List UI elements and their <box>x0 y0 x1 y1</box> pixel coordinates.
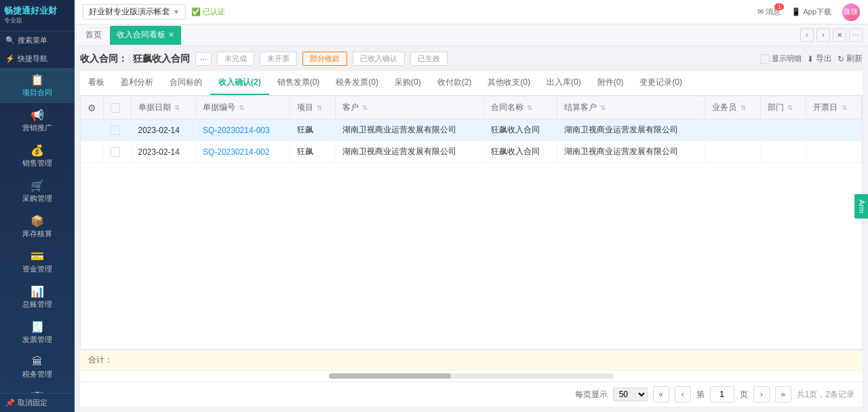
th-customer[interactable]: 客户 ⇅ <box>336 96 484 119</box>
subtab-tax-invoice[interactable]: 税务发票(0) <box>328 71 387 95</box>
tab-nav-next[interactable]: › <box>816 29 830 42</box>
tab-nav-more[interactable]: ⋯ <box>849 29 863 42</box>
select-all-checkbox[interactable] <box>111 103 120 113</box>
status-uninvoiced-btn[interactable]: 未开票 <box>260 52 297 66</box>
right-tool-button[interactable]: Arm <box>854 193 868 218</box>
td-number-1[interactable]: SQ-20230214-003 <box>195 119 290 141</box>
sort-project-icon[interactable]: ⇅ <box>317 104 322 111</box>
more-options-button[interactable]: ··· <box>195 52 212 66</box>
row-checkbox-1[interactable] <box>111 126 120 135</box>
tab-close-icon[interactable]: ✕ <box>168 31 174 39</box>
sidebar-item-inventory[interactable]: 📦 库存核算 <box>0 209 75 244</box>
th-number[interactable]: 单据编号 ⇅ <box>195 96 290 119</box>
sidebar-item-invoice[interactable]: 🧾 发票管理 <box>0 315 75 350</box>
sidebar-item-assets[interactable]: 🏢 固定资产 <box>0 385 75 393</box>
sidebar-item-project[interactable]: 📋 项目合同 <box>0 68 75 103</box>
app-download-button[interactable]: 📱 App下载 <box>791 7 831 17</box>
scrollbar-thumb[interactable] <box>329 373 451 379</box>
th-project[interactable]: 项目 ⇅ <box>290 96 336 119</box>
th-salesperson[interactable]: 业务员 ⇅ <box>705 96 760 119</box>
sidebar-unpin[interactable]: 📌 取消固定 <box>0 393 75 412</box>
sidebar-logo-text: 畅捷通好业财 <box>4 5 57 16</box>
subtab-changes[interactable]: 变更记录(0) <box>631 71 690 95</box>
th-invoice-date[interactable]: 开票日 ⇅ <box>806 96 862 119</box>
refresh-icon: ↻ <box>837 54 844 64</box>
certified-label: 已认证 <box>203 7 225 17</box>
subtab-revenue[interactable]: 收入确认(2) <box>210 71 269 95</box>
sidebar-logo: 畅捷通好业财 专业版 <box>0 0 75 31</box>
sort-contract-icon[interactable]: ⇅ <box>527 104 532 111</box>
th-contract-name[interactable]: 合同名称 ⇅ <box>484 96 557 119</box>
export-button[interactable]: ⬇ 导出 <box>807 53 832 64</box>
subtab-other[interactable]: 其他收支(0) <box>479 71 538 95</box>
sort-inv-date-icon[interactable]: ⇅ <box>842 104 847 111</box>
page-number-input[interactable] <box>710 386 734 402</box>
page-size-select[interactable]: 20 50 100 <box>613 388 648 401</box>
sidebar-item-label: 营销推广 <box>22 123 52 133</box>
detail-checkbox-input[interactable] <box>760 54 770 64</box>
table-row[interactable]: 2023-02-14 SQ-20230214-003 狂飙 湖南卫视商业运营发展… <box>81 119 862 141</box>
sidebar-item-marketing[interactable]: 📢 营销推广 <box>0 103 75 138</box>
sort-date-icon[interactable]: ⇅ <box>174 104 180 111</box>
subtab-profit[interactable]: 盈利分析 <box>113 71 161 95</box>
sidebar-item-accounting[interactable]: 📊 总账管理 <box>0 280 75 315</box>
sidebar-item-funds[interactable]: 💳 资金管理 <box>0 244 75 280</box>
funds-icon: 💳 <box>31 250 44 263</box>
sidebar-item-tax[interactable]: 🏛 税务管理 <box>0 350 75 385</box>
td-number-2[interactable]: SQ-20230214-002 <box>195 141 290 163</box>
show-detail-checkbox[interactable]: 显示明细 <box>760 54 802 64</box>
certified-badge: ✅ 已认证 <box>191 7 225 17</box>
tabbar-nav: ‹ › ✕ ⋯ <box>800 29 863 42</box>
export-label: 导出 <box>816 53 832 64</box>
status-partial-btn[interactable]: 部分收款 <box>302 52 347 66</box>
check-icon: ✅ <box>191 7 201 16</box>
subtab-target[interactable]: 合同标的 <box>161 71 210 95</box>
sidebar-search-label: 搜索菜单 <box>18 35 47 45</box>
tab-income-contract[interactable]: 收入合同看板 ✕ <box>110 26 181 45</box>
sort-dept-icon[interactable]: ⇅ <box>787 104 793 111</box>
quicknav-icon: ⚡ <box>5 54 15 63</box>
page-first-button[interactable]: « <box>653 386 669 402</box>
tab-home[interactable]: 首页 <box>80 29 107 41</box>
message-button[interactable]: ✉ 1 消息 <box>757 7 781 17</box>
sort-settle-icon[interactable]: ⇅ <box>600 104 606 111</box>
refresh-button[interactable]: ↻ 刷新 <box>837 53 863 64</box>
th-department[interactable]: 部门 ⇅ <box>760 96 806 119</box>
user-avatar[interactable]: 珠珠 <box>842 3 860 21</box>
subtab-attachment[interactable]: 附件(0) <box>589 71 632 95</box>
sort-number-icon[interactable]: ⇅ <box>239 104 244 111</box>
doc-link-2[interactable]: SQ-20230214-002 <box>203 147 270 157</box>
row-checkbox-2[interactable] <box>111 147 120 157</box>
subtab-kanban[interactable]: 看板 <box>80 71 113 95</box>
subtab-warehouse[interactable]: 出入库(0) <box>538 71 589 95</box>
th-checkbox[interactable] <box>104 96 132 119</box>
company-selector[interactable]: 好业财专业版演示帐套 ▼ <box>83 4 186 20</box>
tab-nav-close[interactable]: ✕ <box>833 29 846 42</box>
sort-sales-icon[interactable]: ⇅ <box>741 104 746 111</box>
tab-nav-prev[interactable]: ‹ <box>800 29 814 42</box>
page-last-button[interactable]: » <box>775 386 791 402</box>
show-detail-label: 显示明细 <box>772 54 802 64</box>
doc-link-1[interactable]: SQ-20230214-003 <box>203 126 270 135</box>
td-date-1: 2023-02-14 <box>131 119 195 141</box>
th-settings[interactable]: ⚙ <box>81 96 104 119</box>
sidebar-item-sales[interactable]: 💰 销售管理 <box>0 138 75 174</box>
sidebar-item-purchase[interactable]: 🛒 采购管理 <box>0 174 75 209</box>
status-effective-btn[interactable]: 已生效 <box>410 52 448 66</box>
th-date[interactable]: 单据日期 ⇅ <box>131 96 195 119</box>
table-row[interactable]: 2023-02-14 SQ-20230214-002 狂飙 湖南卫视商业运营发展… <box>81 141 862 163</box>
horizontal-scrollbar[interactable] <box>329 373 614 379</box>
sidebar-search-item[interactable]: 🔍 搜索菜单 <box>0 31 75 50</box>
sidebar-quicknav[interactable]: ⚡ 快捷导航 <box>0 50 75 68</box>
subtab-purchase[interactable]: 采购(0) <box>387 71 429 95</box>
status-confirmed-btn[interactable]: 已收入确认 <box>353 52 405 66</box>
subtab-sales-invoice[interactable]: 销售发票(0) <box>269 71 328 95</box>
page-next-button[interactable]: › <box>753 386 770 402</box>
settings-gear-icon[interactable]: ⚙ <box>87 102 96 113</box>
status-incomplete-btn[interactable]: 未完成 <box>217 52 254 66</box>
sort-customer-icon[interactable]: ⇅ <box>362 104 368 111</box>
page-prev-button[interactable]: ‹ <box>675 386 691 402</box>
th-settle-customer[interactable]: 结算客户 ⇅ <box>557 96 705 119</box>
data-table-wrapper[interactable]: ⚙ 单据日期 ⇅ 单据编号 ⇅ 项目 ⇅ 客户 ⇅ 合同名称 ⇅ 结算客户 ⇅ … <box>80 96 863 350</box>
subtab-payment[interactable]: 收付款(2) <box>429 71 480 95</box>
